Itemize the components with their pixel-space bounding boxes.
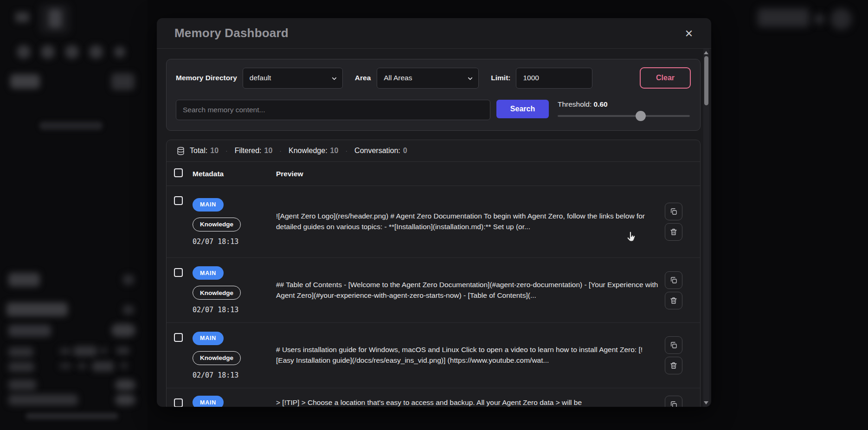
row-timestamp: 02/07 18:13 — [193, 371, 238, 379]
preferences-heading — [6, 302, 68, 316]
preview-text: # Users installation guide for Windows, … — [276, 345, 660, 366]
memory-directory-label: Memory Directory — [176, 74, 237, 82]
threshold-label: Threshold: 0.60 — [558, 100, 690, 109]
table-row: MAIN Knowledge 02/07 18:13 ![Agent Zero … — [167, 186, 700, 258]
preview-text: > [!TIP] > Choose a location that's easy… — [276, 398, 582, 407]
stat-separator: · — [279, 147, 282, 154]
sidebar-icon — [89, 45, 103, 59]
total-value: 10 — [210, 147, 219, 155]
area-badge: MAIN — [193, 198, 224, 212]
scrollbar-down-arrow[interactable] — [704, 401, 708, 404]
table-header-row: Metadata Preview — [167, 162, 700, 186]
copy-button[interactable] — [665, 203, 682, 220]
limit-label: Limit: — [491, 74, 510, 82]
search-row: Search Threshold: 0.60 — [176, 100, 691, 120]
tasks-heading — [8, 273, 40, 287]
new-chat-icon — [111, 73, 135, 90]
search-input[interactable] — [176, 100, 490, 120]
pref-control — [73, 346, 97, 356]
preferences-icon — [123, 305, 134, 314]
modal-title: Memory Dashboard — [174, 26, 289, 40]
row-timestamp: 02/07 18:13 — [193, 237, 238, 246]
area-badge: MAIN — [193, 396, 224, 407]
pref-label — [8, 347, 33, 357]
row-timestamp: 02/07 18:13 — [193, 306, 238, 314]
table-row: MAIN > [!TIP] > Choose a location that's… — [167, 388, 700, 407]
pref-label — [8, 325, 51, 337]
memory-dashboard-modal: Memory Dashboard ✕ Memory Directory defa… — [157, 18, 711, 407]
tasks-icon — [123, 275, 134, 285]
database-icon — [176, 147, 185, 155]
area-badge: MAIN — [193, 332, 224, 345]
pref-label — [8, 379, 36, 391]
pref-control — [99, 348, 108, 353]
threshold-value: 0.60 — [594, 100, 608, 108]
pref-label — [8, 394, 78, 405]
user-avatar — [830, 8, 852, 30]
brand-logo-text — [758, 8, 810, 27]
filter-panel: Memory Directory default Area All Areas … — [166, 59, 701, 131]
area-badge: MAIN — [193, 266, 224, 280]
type-badge: Knowledge — [193, 218, 241, 231]
conversation-label: Conversation: — [354, 147, 400, 155]
filter-row: Memory Directory default Area All Areas … — [176, 67, 691, 89]
type-badge: Knowledge — [193, 286, 241, 300]
select-all-checkbox[interactable] — [174, 168, 183, 177]
row-checkbox[interactable] — [174, 196, 183, 205]
pref-control — [92, 361, 114, 372]
copy-button[interactable] — [665, 396, 682, 407]
modal-scrollbar[interactable] — [703, 49, 709, 407]
conversation-value: 0 — [403, 147, 407, 155]
stat-separator: · — [345, 147, 347, 154]
row-checkbox[interactable] — [174, 268, 183, 277]
toggle-switch — [115, 379, 135, 391]
scrollbar-thumb[interactable] — [704, 56, 708, 105]
sidebar-icon — [114, 46, 125, 58]
row-checkbox[interactable] — [174, 333, 183, 342]
chevron-down-icon — [467, 75, 474, 84]
close-button[interactable]: ✕ — [681, 26, 697, 42]
area-label: Area — [355, 74, 371, 82]
toggle-switch — [115, 394, 135, 405]
row-checkbox[interactable] — [174, 398, 183, 407]
copy-button[interactable] — [665, 271, 682, 289]
scrollbar-up-arrow[interactable] — [704, 51, 708, 54]
preview-text: ## Table of Contents - [Welcome to the A… — [276, 280, 660, 301]
metadata-header: Metadata — [193, 170, 224, 178]
results-panel: Total: 10 · Filtered: 10 · Knowledge: 10… — [166, 140, 701, 407]
knowledge-label: Knowledge: — [289, 147, 328, 155]
clear-button[interactable]: Clear — [640, 67, 691, 89]
pref-control — [120, 363, 128, 368]
area-select[interactable]: All Areas — [377, 68, 479, 89]
stat-separator: · — [225, 147, 228, 154]
sidebar-icon — [17, 45, 31, 59]
pref-control — [59, 348, 71, 354]
pref-label — [8, 362, 34, 372]
toggle-switch — [111, 324, 135, 337]
preview-text: ![Agent Zero Logo](res/header.png) # Age… — [276, 211, 660, 232]
delete-button[interactable] — [665, 357, 682, 374]
sidebar-footer-text — [26, 413, 118, 419]
search-button[interactable]: Search — [496, 100, 549, 118]
threshold-slider[interactable] — [558, 115, 690, 117]
stats-bar: Total: 10 · Filtered: 10 · Knowledge: 10… — [167, 140, 700, 162]
filtered-label: Filtered: — [235, 147, 262, 155]
sidebar-icon — [41, 45, 55, 59]
chevron-down-icon — [331, 75, 338, 84]
pref-control — [77, 363, 87, 369]
sidebar-icon — [65, 45, 79, 59]
limit-input[interactable] — [516, 68, 592, 89]
total-label: Total: — [190, 147, 207, 155]
memory-directory-value: default — [250, 74, 271, 82]
copy-button[interactable] — [665, 336, 682, 354]
no-chats-text — [39, 122, 103, 130]
delete-button[interactable] — [665, 292, 682, 309]
threshold-slider-thumb[interactable] — [636, 111, 646, 121]
delete-button[interactable] — [665, 223, 682, 241]
filtered-value: 10 — [264, 147, 273, 155]
menu-icon — [15, 12, 29, 22]
threshold-control: Threshold: 0.60 — [558, 100, 690, 117]
preview-header: Preview — [276, 170, 303, 178]
chats-heading — [10, 74, 40, 89]
memory-directory-select[interactable]: default — [243, 68, 343, 89]
